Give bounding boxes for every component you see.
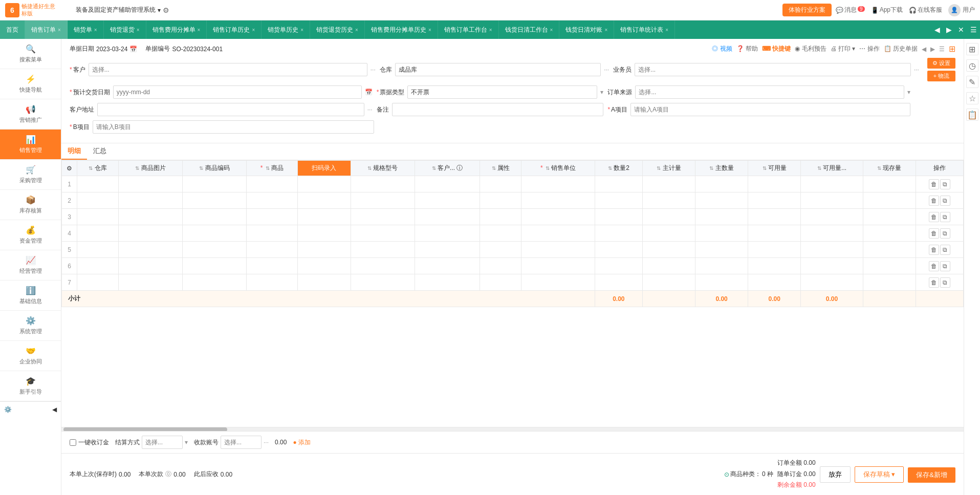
col-available2-header[interactable]: ⇅ 可用量...	[801, 161, 863, 176]
row4-spec[interactable]	[351, 225, 415, 242]
settings-button[interactable]: ⚙ 设置	[927, 58, 955, 69]
payment-method-dropdown[interactable]: ▾	[185, 439, 188, 446]
account-more-icon[interactable]: ···	[264, 439, 269, 446]
row2-sku-code[interactable]	[183, 192, 247, 209]
tab-expense-history-close[interactable]: ×	[428, 27, 431, 33]
row5-attr[interactable]	[480, 242, 521, 258]
form-date-value[interactable]: 2023-03-24	[96, 46, 127, 53]
tab-cash-workbench[interactable]: 钱货日清工作台 ×	[499, 20, 560, 39]
row1-main-qty[interactable]	[695, 176, 748, 192]
row3-available[interactable]	[748, 209, 801, 225]
shortcut-btn[interactable]: ⌨ 快捷键	[762, 45, 791, 53]
row7-copy-btn[interactable]: ⧉	[940, 277, 950, 288]
row4-available2[interactable]	[801, 225, 863, 242]
tab-sales-slip[interactable]: 销货单 ×	[68, 20, 104, 39]
col-main-qty-header[interactable]: ⇅ 主数量	[695, 161, 748, 176]
message-area[interactable]: 💬 消息 9	[836, 6, 865, 14]
row6-product[interactable]	[247, 258, 297, 274]
sidebar-settings-icon[interactable]: ⚙️	[4, 406, 12, 413]
horizontal-scrollbar[interactable]	[61, 427, 964, 431]
project-b-input[interactable]	[93, 120, 374, 134]
row3-image[interactable]	[119, 209, 183, 225]
row1-main-unit[interactable]	[643, 176, 695, 192]
row1-cust-code[interactable]	[415, 176, 480, 192]
row3-unit[interactable]	[521, 209, 595, 225]
row5-product[interactable]	[247, 242, 297, 258]
row1-sku-code[interactable]	[183, 176, 247, 192]
tab-cash-reconcile[interactable]: 钱货日清对账 ×	[559, 20, 614, 39]
tab-expense-split-close[interactable]: ×	[198, 27, 201, 33]
nav-next-arrow[interactable]: ▶	[943, 26, 955, 34]
col-stock-header[interactable]: ⇅ 现存量	[863, 161, 916, 176]
warehouse-more-icon[interactable]: ···	[604, 66, 609, 73]
one-click-deposit-checkbox[interactable]	[70, 439, 76, 446]
row3-copy-btn[interactable]: ⧉	[940, 212, 950, 222]
col-scan-header[interactable]: 扫码录入	[297, 161, 351, 176]
row4-sku-code[interactable]	[183, 225, 247, 242]
warehouse-input[interactable]	[395, 63, 601, 76]
row1-available[interactable]	[748, 176, 801, 192]
tab-expense-history[interactable]: 销售费用分摊单历史 ×	[365, 20, 438, 39]
tab-order-workbench[interactable]: 销售订单工作台 ×	[438, 20, 499, 39]
tab-sales-slip-close[interactable]: ×	[94, 27, 97, 33]
row6-sku-code[interactable]	[183, 258, 247, 274]
row4-product[interactable]	[247, 225, 297, 242]
row3-main-qty[interactable]	[695, 209, 748, 225]
row6-available[interactable]	[748, 258, 801, 274]
row4-available[interactable]	[748, 225, 801, 242]
row3-warehouse[interactable]	[77, 209, 119, 225]
row5-main-unit[interactable]	[643, 242, 695, 258]
row2-qty2[interactable]	[595, 192, 642, 209]
sidebar-item-system[interactable]: ⚙️ 系统管理	[0, 311, 61, 341]
save-new-button[interactable]: 保存&新增	[908, 467, 955, 483]
row7-spec[interactable]	[351, 274, 415, 291]
row2-stock[interactable]	[863, 192, 916, 209]
address-input[interactable]	[97, 103, 364, 116]
row7-image[interactable]	[119, 274, 183, 291]
help-btn[interactable]: ❓ 帮助	[736, 45, 758, 53]
row3-qty2[interactable]	[595, 209, 642, 225]
operations-btn[interactable]: ⋯ 操作	[859, 45, 879, 53]
row6-copy-btn[interactable]: ⧉	[940, 261, 950, 271]
tab-stats-close[interactable]: ×	[665, 27, 668, 33]
col-attr-header[interactable]: ⇅ 属性	[480, 161, 521, 176]
add-payment-button[interactable]: ● 添加	[293, 438, 311, 447]
order-source-input[interactable]	[635, 85, 904, 99]
row2-available[interactable]	[748, 192, 801, 209]
tab-summary[interactable]: 汇总	[87, 143, 113, 160]
row2-copy-btn[interactable]: ⧉	[940, 196, 950, 206]
row7-main-unit[interactable]	[643, 274, 695, 291]
tab-order-workbench-close[interactable]: ×	[489, 27, 492, 33]
row6-cust-code[interactable]	[415, 258, 480, 274]
col-main-unit-header[interactable]: ⇅ 主计量	[643, 161, 695, 176]
table-settings-icon[interactable]: ⚙	[67, 165, 72, 172]
row5-cust-code[interactable]	[415, 242, 480, 258]
invoice-type-input[interactable]	[407, 85, 597, 99]
col-spec-header[interactable]: ⇅ 规格型号	[351, 161, 415, 176]
calendar-icon[interactable]: 📅	[129, 46, 137, 53]
tab-return-history[interactable]: 销货退货历史 ×	[310, 20, 365, 39]
row2-warehouse[interactable]	[77, 192, 119, 209]
right-panel-btn-2[interactable]: ◷	[966, 59, 978, 72]
row5-unit[interactable]	[521, 242, 595, 258]
row7-product[interactable]	[247, 274, 297, 291]
right-panel-btn-3[interactable]: ✎	[966, 76, 978, 88]
project-a-input[interactable]	[630, 103, 910, 116]
row3-attr[interactable]	[480, 209, 521, 225]
row3-available2[interactable]	[801, 209, 863, 225]
col-sku-code-header[interactable]: ⇅ 商品编码	[183, 161, 247, 176]
salesperson-more-icon[interactable]: ···	[914, 66, 919, 73]
row7-attr[interactable]	[480, 274, 521, 291]
row7-available2[interactable]	[801, 274, 863, 291]
tab-slip-history-close[interactable]: ×	[300, 27, 303, 33]
industry-solution-button[interactable]: 体验行业方案	[782, 4, 832, 16]
online-service-link[interactable]: 🎧 在线客服	[909, 6, 942, 14]
col-available-header[interactable]: ⇅ 可用量	[748, 161, 801, 176]
row7-sku-code[interactable]	[183, 274, 247, 291]
tab-detail[interactable]: 明细	[61, 143, 87, 160]
remarks-input[interactable]	[392, 103, 604, 116]
account-input[interactable]	[221, 436, 262, 449]
tab-sales-return[interactable]: 销货退货 ×	[104, 20, 146, 39]
row1-qty2[interactable]	[595, 176, 642, 192]
row3-delete-btn[interactable]: 🗑	[929, 212, 939, 222]
